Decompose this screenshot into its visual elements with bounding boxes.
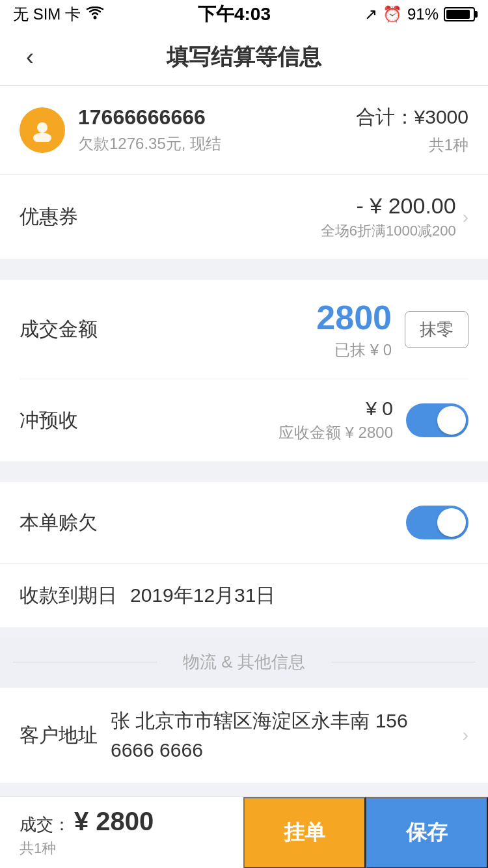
bottom-deal-label: 成交： [20,813,70,836]
prepay-right: ¥ 0 应收金额 ¥ 2800 [278,398,393,443]
address-label: 客户地址 [20,722,98,749]
deal-amount-row: 成交金额 2800 已抹 ¥ 0 抹零 [20,280,468,379]
section-divider-2 [0,461,488,472]
deal-right: 2800 已抹 ¥ 0 抹零 [316,298,468,360]
user-card: 17666666666 欠款1276.35元, 现结 合计：¥3000 共1种 [0,86,488,174]
logistics-text: 物流 & 其他信息 [183,651,305,673]
save-button[interactable]: 保存 [366,797,488,869]
prepay-label: 冲预收 [20,407,78,434]
coupon-right: - ¥ 200.00 全场6折满1000减200 › [321,193,468,241]
hang-button[interactable]: 挂单 [243,797,366,869]
address-section[interactable]: 客户地址 张 北京市市辖区海淀区永丰南 156 6666 6666 › [0,688,488,783]
prepay-toggle-knob [437,406,466,435]
prepay-desc: 应收金额 ¥ 2800 [278,422,393,443]
prepay-row: 冲预收 ¥ 0 应收金额 ¥ 2800 [20,379,468,461]
alarm-icon: ⏰ [383,5,402,23]
debt-toggle-knob [437,508,466,537]
prepay-toggle[interactable] [406,403,468,437]
coupon-desc: 全场6折满1000减200 [321,221,456,241]
debt-label: 本单赊欠 [20,509,98,536]
address-value: 张 北京市市辖区海淀区永丰南 156 6666 6666 [111,706,450,765]
wifi-icon [86,5,104,23]
bottom-bar: 成交： ¥ 2800 共1种 挂单 保存 [0,796,488,868]
duedate-label: 收款到期日 [20,582,117,609]
coupon-chevron: › [463,207,468,228]
bottom-deal-amount: ¥ 2800 [74,807,154,836]
bottom-count: 共1种 [20,839,224,858]
logistics-line-left [13,662,157,662]
duedate-section: 收款到期日 2019年12月31日 [0,564,488,627]
user-count: 共1种 [356,135,468,156]
avatar [20,107,65,153]
prepay-amount: ¥ 0 [278,398,393,420]
bottom-summary: 成交： ¥ 2800 共1种 [0,807,243,858]
user-info: 17666666666 欠款1276.35元, 现结 [78,105,221,154]
coupon-amount: - ¥ 200.00 [321,193,456,219]
round-zero-button[interactable]: 抹零 [405,311,468,348]
duedate-value: 2019年12月31日 [130,582,275,609]
svg-point-2 [33,133,51,142]
logistics-line-right [331,662,475,662]
deal-amount-label: 成交金额 [20,316,98,343]
back-button[interactable]: ‹ [20,37,40,77]
content: 17666666666 欠款1276.35元, 现结 合计：¥3000 共1种 … [0,86,488,868]
location-icon: ↗ [364,5,377,23]
deal-section: 成交金额 2800 已抹 ¥ 0 抹零 冲预收 ¥ 0 应收金额 ¥ 2800 [0,280,488,461]
debt-section: 本单赊欠 [0,482,488,563]
coupon-label: 优惠券 [20,204,78,230]
address-chevron: › [463,725,468,746]
battery-icon [444,7,475,21]
deal-zeroed: 已抹 ¥ 0 [316,340,392,360]
user-phone: 17666666666 [78,105,221,129]
nav-bar: ‹ 填写结算等信息 [0,29,488,86]
logistics-divider: 物流 & 其他信息 [0,638,488,686]
debt-toggle[interactable] [406,506,468,539]
svg-point-1 [37,122,47,133]
coupon-row[interactable]: 优惠券 - ¥ 200.00 全场6折满1000减200 › [0,175,488,259]
bottom-deal: 成交： ¥ 2800 [20,807,224,836]
page-title: 填写结算等信息 [167,42,321,72]
user-right: 合计：¥3000 共1种 [356,104,468,156]
user-left: 17666666666 欠款1276.35元, 现结 [20,105,221,154]
debt-row: 本单赊欠 [20,482,468,563]
status-bar: 无 SIM 卡 下午4:03 ↗ ⏰ 91% [0,0,488,29]
svg-point-0 [94,16,97,20]
user-total: 合计：¥3000 [356,104,468,131]
prepay-toggle-area: ¥ 0 应收金额 ¥ 2800 [278,398,468,443]
status-time: 下午4:03 [198,2,271,27]
status-left: 无 SIM 卡 [13,4,104,25]
carrier-text: 无 SIM 卡 [13,4,81,25]
battery-percent: 91% [407,5,439,23]
section-divider-1 [0,269,488,280]
deal-amount-value: 2800 [316,298,392,337]
status-right: ↗ ⏰ 91% [364,5,475,23]
user-debt: 欠款1276.35元, 现结 [78,133,221,154]
